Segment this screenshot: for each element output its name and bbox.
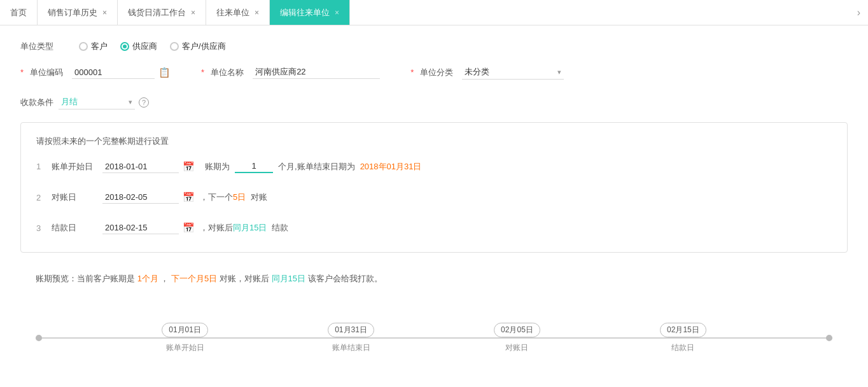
preview-sep2: 对账，对账后 [220, 274, 269, 283]
reconcile-date-wrap: 📅 [102, 191, 195, 204]
row-label-start-date: 账单开始日 [52, 161, 102, 172]
timeline-point-1: 01月01日 账单开始日 [162, 323, 208, 353]
payment-date-input[interactable] [102, 222, 179, 234]
timeline-label-2: 账单结束日 [332, 342, 370, 353]
row-label-reconcile-date: 对账日 [52, 192, 102, 203]
required-star-code: * [20, 67, 24, 77]
period-unit-label: 个月,账单结束日期为 [278, 161, 355, 172]
tab-close-sales-history[interactable]: × [102, 8, 107, 17]
start-date-calendar-icon[interactable]: 📅 [183, 161, 195, 172]
preview-period: 1个月 [137, 274, 158, 283]
timeline-start-dot [36, 335, 42, 341]
reconcile-date-input[interactable] [102, 191, 179, 204]
timeline-point-2: 01月31日 账单结束日 [328, 323, 374, 353]
timeline-label-3: 对账日 [505, 342, 528, 353]
required-star-name: * [201, 67, 204, 77]
preview-reconcile-day: 下一个月5日 [171, 274, 217, 283]
tab-partners[interactable]: 往来单位 × [206, 0, 270, 25]
timeline-line [36, 337, 832, 339]
row-label-payment-date: 结款日 [52, 222, 102, 234]
timeline-label-1: 账单开始日 [166, 342, 204, 353]
unit-code-picker-icon[interactable]: 📋 [158, 67, 171, 78]
unit-type-row: 单位类型 客户 供应商 客户/供应商 [20, 41, 848, 52]
timeline-point-4: 02月15日 结款日 [660, 323, 706, 353]
preview-label: 账期预览：当前客户账期是 [36, 274, 135, 283]
timeline-badge-4: 02月15日 [660, 323, 706, 337]
timeline-point-3: 02月05日 对账日 [494, 323, 540, 353]
payment-prefix: ，对账后 [200, 222, 233, 234]
timeline-end-dot [826, 335, 832, 341]
start-date-input[interactable] [102, 160, 179, 173]
period-for-label: 账期为 [205, 161, 230, 172]
timeline-badge-3: 02月05日 [494, 323, 540, 337]
radio-circle-supplier [120, 42, 129, 51]
preview-end: 该客户会给我打款。 [308, 274, 382, 283]
tab-sales-history[interactable]: 销售订单历史 × [38, 0, 118, 25]
timeline: 01月01日 账单开始日 01月31日 账单结束日 02月05日 对账日 02月… [36, 313, 832, 363]
start-date-wrap: 📅 [102, 160, 195, 173]
reconcile-prefix: ，下一个 [200, 192, 233, 203]
row-num-3: 3 [36, 223, 52, 233]
content-area: 单位类型 客户 供应商 客户/供应商 * 单位编码 [0, 25, 868, 387]
payment-condition-row: 收款条件 月结 ▾ ? [20, 95, 848, 109]
setting-row-3: 3 结款日 📅 ，对账后 同月15日 结款 [36, 222, 832, 234]
payment-day-highlight: 同月15日 [233, 222, 267, 234]
period-value-input[interactable] [235, 160, 273, 173]
period-end-date: 2018年01月31日 [360, 161, 422, 172]
reconcile-suffix: 对账 [251, 192, 267, 203]
row-num-1: 1 [36, 162, 52, 171]
tab-home[interactable]: 首页 [0, 0, 38, 25]
unit-type-label: 单位类型 [20, 41, 53, 52]
reconcile-day-highlight: 5日 [233, 192, 246, 203]
payment-cond-label: 收款条件 [20, 97, 53, 108]
tab-scroll-arrow[interactable]: › [850, 7, 868, 18]
box-instruction: 请按照未来的一个完整帐期进行设置 [36, 136, 832, 147]
unit-category-select[interactable]: 未分类 ▾ [462, 65, 564, 80]
tab-edit-partner[interactable]: 编辑往来单位 × [270, 0, 350, 25]
settings-box: 请按照未来的一个完整帐期进行设置 1 账单开始日 📅 账期为 个月,账单结束日期… [20, 122, 848, 253]
unit-name-input[interactable] [253, 66, 380, 79]
radio-both[interactable]: 客户/供应商 [170, 41, 226, 52]
reconcile-date-calendar-icon[interactable]: 📅 [183, 192, 195, 203]
setting-row-1: 1 账单开始日 📅 账期为 个月,账单结束日期为 2018年01月31日 [36, 160, 832, 173]
payment-date-calendar-icon[interactable]: 📅 [183, 222, 195, 234]
unit-name-label: 单位名称 [211, 67, 244, 78]
preview-payment-day: 同月15日 [272, 274, 305, 283]
payment-cond-select[interactable]: 月结 ▾ [59, 95, 135, 109]
help-icon-payment[interactable]: ? [139, 97, 149, 108]
timeline-label-4: 结款日 [671, 342, 694, 353]
radio-circle-both [170, 42, 179, 51]
unit-name-group: * 单位名称 [201, 66, 380, 79]
radio-circle-customer [79, 42, 88, 51]
timeline-wrap: 01月01日 账单开始日 01月31日 账单结束日 02月05日 对账日 02月… [20, 307, 848, 379]
tab-close-edit-partner[interactable]: × [335, 8, 339, 17]
unit-code-input[interactable] [72, 66, 155, 79]
unit-code-input-wrap: 📋 [72, 66, 171, 79]
payment-date-wrap: 📅 [102, 222, 195, 234]
unit-category-label: 单位分类 [420, 67, 453, 78]
timeline-badge-2: 01月31日 [328, 323, 374, 337]
payment-suffix: 结款 [272, 222, 288, 234]
row-num-2: 2 [36, 193, 52, 202]
unit-fields-row: * 单位编码 📋 * 单位名称 * 单位分类 未分类 ▾ [20, 65, 848, 80]
unit-category-group: * 单位分类 未分类 ▾ [410, 65, 564, 80]
category-dropdown-arrow: ▾ [557, 68, 561, 76]
tabs-bar: 首页 销售订单历史 × 钱货日清工作台 × 往来单位 × 编辑往来单位 × › [0, 0, 868, 25]
tab-daily-work[interactable]: 钱货日清工作台 × [118, 0, 206, 25]
preview-text: 账期预览：当前客户账期是 1个月 ， 下一个月5日 对账，对账后 同月15日 该… [20, 263, 848, 295]
radio-group-unit-type: 客户 供应商 客户/供应商 [79, 41, 226, 52]
radio-customer[interactable]: 客户 [79, 41, 108, 52]
tab-close-daily-work[interactable]: × [191, 8, 195, 17]
timeline-badge-1: 01月01日 [162, 323, 208, 337]
payment-dropdown-arrow: ▾ [129, 98, 132, 106]
tab-close-partners[interactable]: × [255, 8, 259, 17]
required-star-category: * [410, 67, 414, 77]
setting-row-2: 2 对账日 📅 ，下一个 5日 对账 [36, 191, 832, 204]
preview-sep1: ， [160, 274, 169, 283]
unit-code-group: * 单位编码 📋 [20, 66, 171, 79]
radio-supplier[interactable]: 供应商 [120, 41, 157, 52]
unit-code-label: 单位编码 [30, 67, 63, 78]
radio-dot-supplier [123, 45, 127, 48]
